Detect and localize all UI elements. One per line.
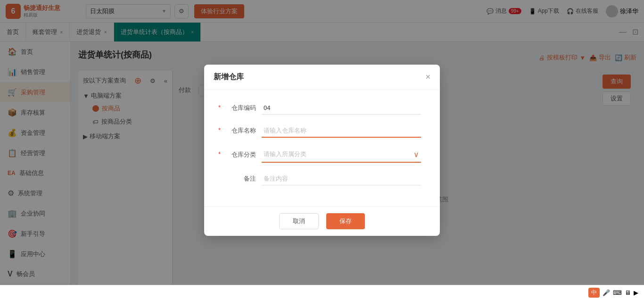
code-field: 仓库编码 [223,101,421,115]
name-label: 仓库名称 [223,126,256,135]
monitor-icon[interactable]: 🖥 [625,289,631,296]
category-placeholder: 请输入所属分类 [264,150,306,158]
modal-overlay: 新增仓库 × 仓库编码 仓库名称 仓库分类 请输入所属分类 ∨ [0,0,644,300]
name-field: 仓库名称 [223,124,421,138]
modal-close-icon[interactable]: × [425,72,430,82]
category-arrow-icon: ∨ [413,150,419,159]
note-input[interactable] [262,172,421,185]
zhong-icon[interactable]: 中 [588,288,600,298]
category-field: 仓库分类 请输入所属分类 ∨ [223,147,421,163]
cancel-button[interactable]: 取消 [279,213,319,229]
keyboard-icon[interactable]: ⌨ [613,289,622,296]
modal-title: 新增仓库 [214,72,244,82]
save-button[interactable]: 保存 [326,213,365,229]
modal-body: 仓库编码 仓库名称 仓库分类 请输入所属分类 ∨ 备注 [204,90,440,206]
code-input[interactable] [262,101,421,115]
note-field: 备注 [223,172,421,185]
new-warehouse-modal: 新增仓库 × 仓库编码 仓库名称 仓库分类 请输入所属分类 ∨ [204,65,440,236]
mic-icon[interactable]: 🎤 [603,289,610,296]
category-label: 仓库分类 [223,150,256,159]
status-bar: 中 🎤 ⌨ 🖥 ▶ [0,285,644,300]
code-label: 仓库编码 [223,104,256,112]
play-icon[interactable]: ▶ [634,289,638,296]
name-input[interactable] [262,124,421,138]
note-label: 备注 [223,175,256,183]
modal-footer: 取消 保存 [204,206,440,236]
modal-header: 新增仓库 × [204,65,440,90]
category-select[interactable]: 请输入所属分类 ∨ [262,147,421,163]
